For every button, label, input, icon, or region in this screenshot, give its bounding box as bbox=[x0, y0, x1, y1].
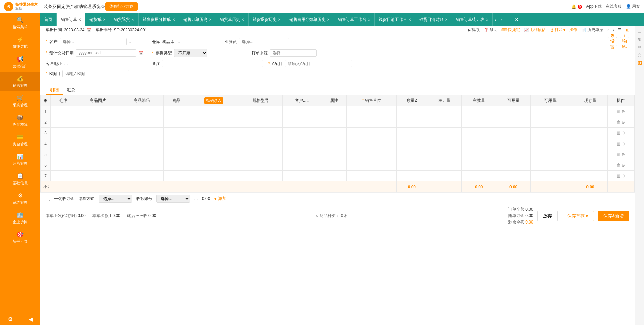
row-copy-btn-7[interactable]: ⊕ bbox=[621, 173, 625, 178]
account-select[interactable]: 选择... bbox=[156, 195, 190, 203]
invoice-select[interactable]: 不开票 bbox=[174, 49, 207, 57]
panel-icon-3[interactable]: ✏ bbox=[638, 44, 642, 50]
col-qty2[interactable]: 数量2 bbox=[396, 95, 427, 106]
tab-next-button[interactable]: › bbox=[498, 17, 504, 22]
online-service-link[interactable]: 在线客服 bbox=[606, 4, 622, 9]
col-settings[interactable]: ⚙ bbox=[41, 95, 51, 106]
col-code[interactable]: 商品编码 bbox=[120, 95, 163, 106]
sidebar-settings-icon[interactable]: ⚙ bbox=[8, 316, 13, 322]
next-record-btn[interactable]: › bbox=[613, 28, 614, 32]
sidebar-item-sales[interactable]: 💰 销售管理 bbox=[0, 72, 40, 91]
app-download-link[interactable]: App下载 bbox=[586, 4, 601, 9]
shortcut-btn[interactable]: ⌨ 快捷键 bbox=[501, 27, 520, 33]
panel-icon-4[interactable]: ☆ bbox=[637, 52, 642, 58]
row-copy-btn-2[interactable]: ⊕ bbox=[621, 120, 625, 125]
col-scan[interactable]: 扫码录入 bbox=[189, 95, 239, 106]
row-copy-btn-4[interactable]: ⊕ bbox=[621, 141, 625, 146]
customer-more-icon[interactable]: … bbox=[129, 39, 133, 44]
tab-cash-reconcile[interactable]: 钱货日清对账 ✕ bbox=[415, 13, 452, 26]
view-btn[interactable]: ▶ 视频 bbox=[468, 27, 480, 33]
salesperson-input[interactable] bbox=[239, 38, 289, 45]
row-copy-btn-6[interactable]: ⊕ bbox=[621, 163, 625, 168]
help-btn[interactable]: ❓ 帮助 bbox=[484, 27, 497, 33]
tab-sales-fee-split[interactable]: 销售费用分摊单 ✕ bbox=[139, 13, 179, 26]
row-delete-btn-2[interactable]: 🗑 bbox=[616, 120, 621, 125]
settings-panel-btn[interactable]: ⚙ 设置 bbox=[608, 37, 617, 46]
tab-close-icon[interactable]: ✕ bbox=[327, 18, 330, 22]
row-qty2-1[interactable] bbox=[396, 106, 427, 117]
sidebar-item-stock[interactable]: 📦 库存核算 bbox=[0, 111, 40, 130]
row-copy-btn-1[interactable]: ⊕ bbox=[621, 109, 625, 114]
list-view-btn[interactable]: ☰ bbox=[618, 28, 622, 32]
row-main-qty-1[interactable] bbox=[461, 106, 496, 117]
add-payment-btn[interactable]: ● 添加 bbox=[214, 196, 227, 202]
col-img[interactable]: 商品图片 bbox=[76, 95, 120, 106]
account-more-icon[interactable]: … bbox=[194, 196, 198, 201]
user-avatar[interactable]: 👤 用友 bbox=[626, 4, 640, 9]
row-copy-btn-5[interactable]: ⊕ bbox=[621, 152, 625, 157]
panel-icon-1[interactable]: □ bbox=[638, 28, 641, 34]
discard-button[interactable]: 放弃 bbox=[537, 211, 558, 221]
tab-sales-stats[interactable]: 销售订单统计表 ✕ bbox=[452, 13, 493, 26]
customer-input[interactable] bbox=[60, 38, 127, 45]
row-delete-btn-6[interactable]: 🗑 bbox=[616, 163, 621, 168]
ops-btn[interactable]: 操作 bbox=[569, 27, 577, 33]
save-draft-button[interactable]: 保存草稿 ▾ bbox=[562, 211, 594, 221]
sidebar-item-search[interactable]: 🔍 搜索菜单 bbox=[0, 13, 40, 33]
calendar-icon[interactable]: 📅 bbox=[86, 28, 91, 32]
row-delete-btn-1[interactable]: 🗑 bbox=[616, 109, 621, 114]
tab-close-icon[interactable]: ✕ bbox=[131, 18, 134, 22]
tab-cash-daily[interactable]: 钱货日清工作台 ✕ bbox=[375, 13, 415, 26]
tab-close-icon[interactable]: ✕ bbox=[368, 18, 370, 22]
tab-prev-button[interactable]: ‹ bbox=[493, 17, 498, 22]
tab-close-icon[interactable]: ✕ bbox=[78, 18, 81, 22]
tab-close-icon[interactable]: ✕ bbox=[103, 18, 106, 22]
col-available[interactable]: 可用量 bbox=[496, 95, 531, 106]
prev-record-btn[interactable]: ‹ bbox=[607, 28, 609, 32]
tab-home[interactable]: 首页 bbox=[40, 13, 57, 26]
a-project-input[interactable] bbox=[285, 60, 352, 67]
col-stock[interactable]: 现存量 bbox=[573, 95, 608, 106]
sidebar-item-basic[interactable]: 📋 基础信息 bbox=[0, 169, 40, 189]
sidebar-item-operation[interactable]: 📊 经营管理 bbox=[0, 150, 40, 169]
row-attr-1[interactable] bbox=[321, 106, 346, 117]
row-img-1[interactable] bbox=[76, 106, 120, 117]
col-main-unit[interactable]: 主计量 bbox=[427, 95, 462, 106]
tab-sales-workbench[interactable]: 销售订单工作台 ✕ bbox=[334, 13, 375, 26]
tab-close-icon[interactable]: ✕ bbox=[486, 18, 488, 22]
row-available2-1[interactable] bbox=[531, 106, 573, 117]
col-spec[interactable]: 规格型号 bbox=[239, 95, 282, 106]
sidebar-collapse-icon[interactable]: ◀ bbox=[29, 316, 33, 322]
remark-input[interactable] bbox=[162, 60, 263, 67]
row-delete-btn-5[interactable]: 🗑 bbox=[616, 152, 621, 157]
sidebar-item-system[interactable]: ⚙ 系统管理 bbox=[0, 189, 40, 208]
row-unit-1[interactable] bbox=[347, 106, 396, 117]
tab-sales-slip-history[interactable]: 销货单历史 ✕ bbox=[216, 13, 249, 26]
tab-sales-history[interactable]: 销售订单历史 ✕ bbox=[179, 13, 216, 26]
row-available-1[interactable] bbox=[496, 106, 531, 117]
b-project-input[interactable] bbox=[62, 70, 129, 77]
tab-sales-slip[interactable]: 销货单 ✕ bbox=[85, 13, 110, 26]
tab-more-button[interactable]: ⋮ bbox=[504, 17, 513, 22]
order-source-input[interactable] bbox=[270, 49, 317, 57]
tab-close-icon[interactable]: ✕ bbox=[278, 18, 281, 22]
address-more-icon[interactable]: … bbox=[64, 61, 68, 66]
row-customer-code-1[interactable] bbox=[282, 106, 321, 117]
panel-icon-5[interactable]: 🖼 bbox=[637, 60, 642, 66]
tab-close-icon[interactable]: ✕ bbox=[445, 18, 448, 22]
col-available2[interactable]: 可用量... bbox=[531, 95, 573, 106]
scan-button[interactable]: 扫码录入 bbox=[204, 97, 223, 104]
row-copy-btn-3[interactable]: ⊕ bbox=[621, 130, 625, 135]
col-customer-code[interactable]: 客户... ℹ bbox=[282, 95, 321, 106]
col-name[interactable]: 商品 bbox=[163, 95, 189, 106]
col-attr[interactable]: 属性 bbox=[321, 95, 346, 106]
save-new-button[interactable]: 保存&新增 bbox=[598, 211, 629, 221]
tab-sales-return[interactable]: 销货退货 ✕ bbox=[110, 13, 139, 26]
profit-btn[interactable]: 📈 毛利预估 bbox=[524, 27, 546, 33]
tab-sales-order[interactable]: 销售订单 ✕ bbox=[57, 13, 85, 26]
tab-sales-return-history[interactable]: 销货退货历史 ✕ bbox=[249, 13, 285, 26]
form-view-btn[interactable]: ⊞ bbox=[626, 28, 629, 32]
detail-tab-detail[interactable]: 明细 bbox=[46, 86, 63, 95]
industry-solution-button[interactable]: 体验行业方案 bbox=[105, 2, 138, 11]
row-delete-btn-4[interactable]: 🗑 bbox=[616, 141, 621, 146]
